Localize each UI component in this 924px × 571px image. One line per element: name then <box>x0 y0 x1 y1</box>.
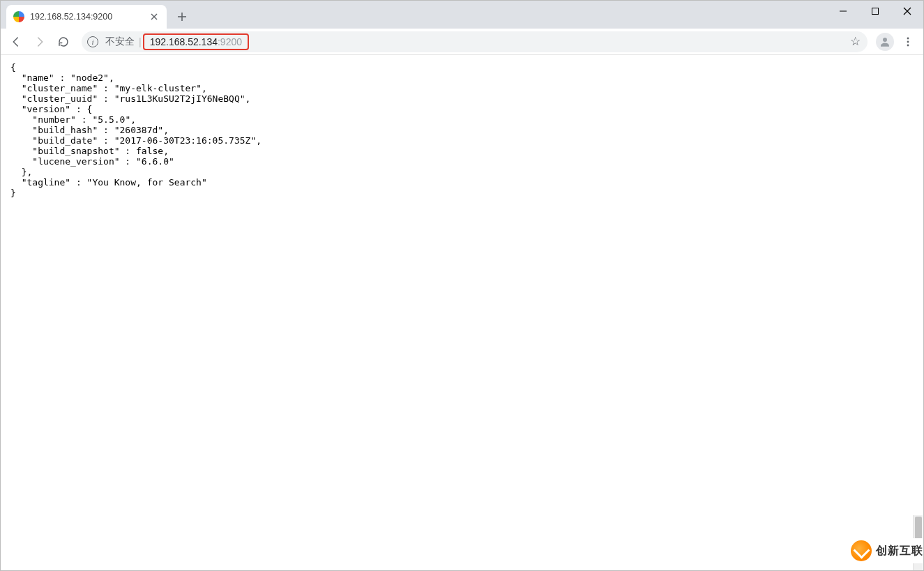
browser-tab[interactable]: 192.168.52.134:9200 <box>6 5 167 29</box>
forward-button[interactable] <box>30 32 50 52</box>
window-minimize-button[interactable] <box>827 1 859 22</box>
url-host: 192.168.52.134 <box>150 36 218 47</box>
svg-rect-5 <box>872 8 879 15</box>
watermark-text: 创新互联 <box>876 544 923 558</box>
browser-menu-button[interactable] <box>898 32 918 52</box>
page-content: { "name" : "node2", "cluster_name" : "my… <box>1 55 923 570</box>
reload-button[interactable] <box>54 32 73 52</box>
svg-point-11 <box>907 44 909 46</box>
window-controls <box>827 1 923 22</box>
window-close-button[interactable] <box>891 1 923 22</box>
toolbar: i 不安全 | 192.168.52.134:9200 ☆ <box>1 29 923 55</box>
separator: | <box>139 36 142 47</box>
profile-avatar-button[interactable] <box>876 33 894 51</box>
url-highlight-box: 192.168.52.134:9200 <box>143 33 249 50</box>
tab-favicon <box>13 11 24 22</box>
json-name: node2 <box>76 73 103 83</box>
bookmark-star-icon[interactable]: ☆ <box>850 34 861 49</box>
address-bar[interactable]: i 不安全 | 192.168.52.134:9200 ☆ <box>82 31 868 52</box>
json-cluster-uuid: rus1L3KuSU2T2jIY6NeBQQ <box>120 93 240 104</box>
tab-close-button[interactable] <box>149 11 160 22</box>
svg-point-9 <box>907 37 909 39</box>
json-lucene-version: 6.6.0 <box>142 156 169 167</box>
json-build-hash: 260387d <box>120 125 158 135</box>
site-info-icon[interactable]: i <box>87 36 98 47</box>
json-response: { "name" : "node2", "cluster_name" : "my… <box>1 55 923 198</box>
svg-point-10 <box>907 40 909 43</box>
new-tab-button[interactable] <box>172 7 192 26</box>
json-tagline: You Know, for Search <box>92 177 202 188</box>
svg-point-8 <box>883 38 887 42</box>
watermark: 创新互联 <box>834 538 923 563</box>
tab-bar: 192.168.52.134:9200 <box>1 1 923 29</box>
not-secure-label: 不安全 <box>105 36 135 48</box>
url-port: :9200 <box>218 36 242 47</box>
window-maximize-button[interactable] <box>859 1 891 22</box>
json-build-date: 2017-06-30T23:16:05.735Z <box>120 135 251 146</box>
json-cluster-name: my-elk-cluster <box>120 83 197 93</box>
json-version-number: 5.5.0 <box>98 114 125 125</box>
watermark-logo-icon <box>851 540 872 561</box>
back-button[interactable] <box>6 32 26 52</box>
browser-window: 192.168.52.134:9200 <box>0 0 924 571</box>
tab-title: 192.168.52.134:9200 <box>30 12 149 22</box>
json-build-snapshot: false <box>136 146 163 156</box>
